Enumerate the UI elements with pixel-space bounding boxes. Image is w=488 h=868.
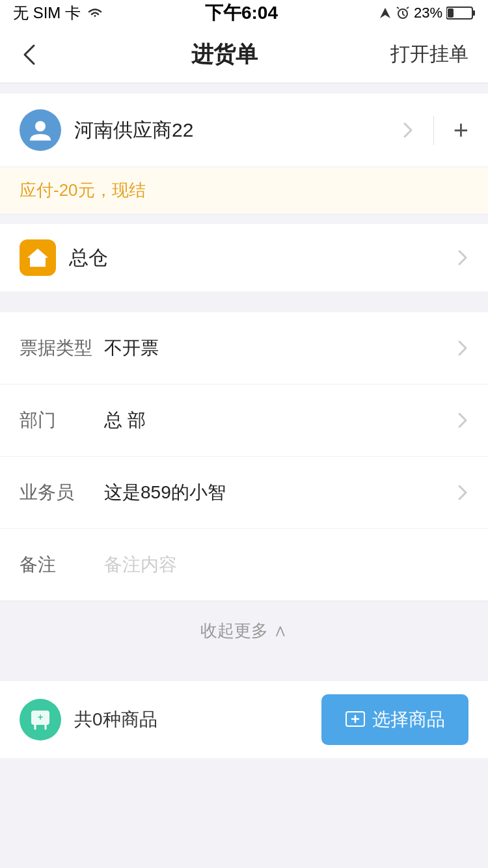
section-divider-3 [0, 302, 488, 312]
supplier-name: 河南供应商22 [74, 117, 402, 144]
select-product-button[interactable]: 选择商品 [321, 694, 468, 745]
warehouse-row[interactable]: 总仓 [0, 224, 488, 292]
battery-label: 23% [414, 5, 442, 21]
product-bar: + 共0种商品 选择商品 [0, 681, 488, 758]
status-time: 下午6:04 [205, 1, 278, 25]
department-value: 总 部 [104, 408, 457, 433]
collapse-more-button[interactable]: 收起更多 ∧ [0, 601, 488, 660]
page-title: 进货单 [191, 40, 258, 70]
remark-placeholder: 备注内容 [104, 552, 468, 577]
svg-marker-0 [380, 8, 390, 18]
department-label: 部门 [20, 408, 104, 433]
location-icon [379, 7, 392, 20]
warehouse-chevron-icon [457, 249, 468, 267]
invoice-type-chevron [457, 339, 468, 357]
warehouse-name: 总仓 [69, 245, 457, 271]
add-supplier-button[interactable]: + [433, 116, 468, 145]
form-section: 票据类型 不开票 部门 总 部 业务员 这是859的小智 [0, 302, 488, 601]
wifi-icon [86, 7, 104, 20]
notice-text: 应付-20元，现结 [20, 180, 146, 200]
department-row[interactable]: 部门 总 部 [0, 385, 488, 457]
open-pending-button[interactable]: 打开挂单 [390, 41, 468, 68]
svg-line-5 [407, 7, 409, 8]
invoice-type-value: 不开票 [104, 336, 457, 360]
department-chevron [457, 411, 468, 429]
svg-rect-8 [448, 8, 454, 18]
salesperson-row[interactable]: 业务员 这是859的小智 [0, 457, 488, 529]
section-divider-1 [0, 83, 488, 94]
svg-line-3 [403, 14, 405, 16]
battery-icon [446, 6, 475, 20]
house-icon [26, 246, 49, 269]
status-left: 无 SIM 卡 [13, 3, 104, 23]
section-divider-2 [0, 213, 488, 224]
select-product-icon [345, 711, 366, 729]
supplier-section: 河南供应商22 + 应付-20元，现结 [0, 94, 488, 213]
svg-rect-7 [472, 10, 475, 16]
select-product-label: 选择商品 [372, 707, 445, 732]
status-bar: 无 SIM 卡 下午6:04 23% [0, 0, 488, 26]
supplier-avatar [20, 109, 61, 151]
person-icon [27, 117, 53, 143]
notice-banner: 应付-20元，现结 [0, 167, 488, 213]
remark-row[interactable]: 备注 备注内容 [0, 529, 488, 601]
product-icon: + [20, 699, 61, 740]
warehouse-icon [20, 239, 56, 276]
background-fill [0, 758, 488, 868]
svg-line-4 [397, 7, 399, 8]
svg-text:+: + [38, 712, 43, 722]
salesperson-value: 这是859的小智 [104, 480, 457, 505]
svg-point-9 [35, 121, 46, 131]
section-divider-4 [0, 660, 488, 671]
alarm-icon [396, 6, 410, 20]
salesperson-label: 业务员 [20, 480, 104, 505]
supplier-chevron-icon [402, 121, 414, 139]
collapse-text: 收起更多 ∧ [200, 621, 287, 640]
supplier-row[interactable]: 河南供应商22 + [0, 94, 488, 167]
salesperson-chevron [457, 483, 468, 502]
status-right: 23% [379, 5, 475, 21]
product-count: 共0种商品 [74, 707, 321, 732]
remark-label: 备注 [20, 552, 104, 577]
nav-bar: 进货单 打开挂单 [0, 26, 488, 83]
invoice-type-label: 票据类型 [20, 336, 104, 360]
back-button[interactable] [20, 40, 59, 69]
cart-icon: + [29, 708, 52, 731]
no-sim-label: 无 SIM 卡 [13, 3, 81, 23]
invoice-type-row[interactable]: 票据类型 不开票 [0, 312, 488, 385]
svg-marker-10 [27, 249, 48, 267]
